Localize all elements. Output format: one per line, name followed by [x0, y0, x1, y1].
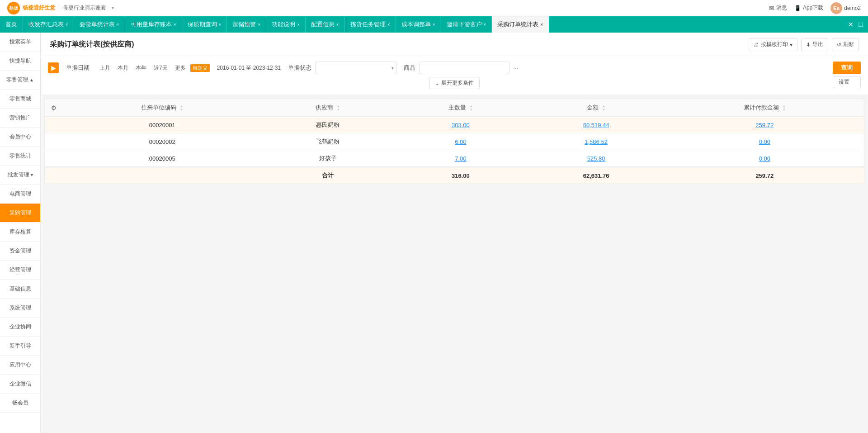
sidebar-item-member-center[interactable]: 会员中心: [0, 128, 40, 147]
amount-link-2[interactable]: 525.80: [587, 155, 605, 162]
app-download-label: App下载: [803, 4, 823, 12]
col-paid-amount-label: 累计付款金额: [744, 104, 779, 111]
col-amount-label: 金额: [587, 104, 599, 111]
logo-abbr: 标版: [9, 5, 18, 11]
sidebar-item-app-center[interactable]: 应用中心: [0, 356, 40, 375]
sidebar-item-vip-member[interactable]: 畅会员: [0, 394, 40, 413]
app-download-action[interactable]: 📱 App下载: [794, 4, 823, 12]
sidebar-item-quick-nav[interactable]: 快捷导航: [0, 52, 40, 71]
sort-paid-amount-icon[interactable]: ▲▼: [782, 105, 786, 112]
sidebar-item-ops-mgmt[interactable]: 经营管理: [0, 261, 40, 280]
shortcut-last-month[interactable]: 上月: [97, 63, 113, 73]
main-qty-link-2[interactable]: 7.00: [455, 155, 466, 162]
tab-suffix: ×: [484, 22, 486, 27]
app-download-icon: 📱: [794, 5, 801, 11]
breadcrumb-dropdown-icon[interactable]: ▾: [112, 5, 114, 10]
sidebar-item-wholesale-mgmt[interactable]: 批发管理 ▾: [0, 166, 40, 185]
sidebar-item-ecommerce[interactable]: 电商管理: [0, 185, 40, 204]
sidebar-inventory-check-label: 库存核算: [9, 228, 31, 235]
paid-amount-link-0[interactable]: 259.72: [755, 122, 774, 128]
row-supplier-0: 惠氏奶粉: [261, 117, 394, 133]
main-qty-link-0[interactable]: 303.00: [452, 122, 470, 128]
user-area[interactable]: Ea demo2: [830, 2, 861, 14]
shortcut-this-month[interactable]: 本月: [115, 63, 131, 73]
sort-main-qty-icon[interactable]: ▲▼: [469, 105, 473, 112]
sidebar-app-center-label: 应用中心: [9, 362, 31, 368]
status-select[interactable]: [315, 62, 396, 74]
maximize-button[interactable]: □: [857, 20, 864, 29]
table-row: 00020002 飞鹤奶粉 6.00 1,586.52 0.00: [45, 133, 864, 150]
tab-available-inventory[interactable]: 可用量库存账本 ×: [125, 16, 182, 33]
sidebar-item-purchase-mgmt[interactable]: 采购管理: [0, 204, 40, 223]
tab-overstock-warning[interactable]: 超储预警 ×: [227, 16, 266, 33]
sort-supplier-icon[interactable]: ▲▼: [337, 105, 340, 112]
sidebar-item-system-mgmt[interactable]: 系统管理: [0, 299, 40, 318]
tab-overstock-warning-label: 超储预警: [232, 20, 256, 29]
paid-amount-link-1[interactable]: 0.00: [759, 138, 770, 145]
filter-area: 查询 设置 ▶ 单据日期 上月 本月 本年 近7天 更多 自定义 2016-01…: [41, 56, 868, 95]
col-supplier-label: 供应商: [316, 104, 333, 111]
print-label: 按模板打印: [761, 41, 788, 48]
close-all-tabs-button[interactable]: ✕: [846, 20, 855, 29]
top-bar: 标版 畅捷通好生意 母婴行业演示账套 ▾ ✉ 消息 📱 App下载 Ea dem…: [0, 0, 868, 16]
sidebar-item-basic-info[interactable]: 基础信息: [0, 280, 40, 299]
sort-amount-icon[interactable]: ▲▼: [602, 105, 605, 112]
tab-home[interactable]: 首页: [0, 16, 23, 33]
sidebar-item-enterprise-wechat[interactable]: 企业微信: [0, 375, 40, 394]
filter-toggle-button[interactable]: ▶: [48, 62, 59, 73]
search-button[interactable]: 查询: [833, 62, 861, 74]
expand-label: 展开更多条件: [441, 79, 474, 87]
sidebar-item-finance-mgmt[interactable]: 资金管理: [0, 242, 40, 261]
sidebar-basic-info-label: 基础信息: [9, 285, 31, 292]
message-action[interactable]: ✉ 消息: [769, 4, 787, 12]
shortcut-last-7-days[interactable]: 近7天: [151, 63, 170, 73]
sort-unit-code-icon[interactable]: ▲▼: [180, 105, 184, 112]
goods-search-input[interactable]: [419, 62, 509, 74]
tab-picking-tasks[interactable]: 拣货任务管理 ×: [345, 16, 396, 33]
goods-more-icon[interactable]: ···: [513, 64, 519, 71]
export-button[interactable]: ⬇ 导出: [801, 38, 828, 51]
sidebar-enterprise-collab-label: 企业协同: [9, 324, 31, 330]
tab-purchase-summary-label: 采购订单统计表: [497, 20, 538, 29]
tab-available-inventory-label: 可用量库存账本: [131, 20, 172, 29]
tab-cost-adjust[interactable]: 成本调整单 ×: [396, 16, 441, 33]
sidebar-item-inventory-check[interactable]: 库存核算: [0, 223, 40, 242]
paid-amount-link-2[interactable]: 0.00: [759, 155, 770, 162]
settings-button[interactable]: 设置: [833, 76, 861, 88]
tab-invite-downstream[interactable]: 邀请下游客户 ×: [441, 16, 492, 33]
print-button[interactable]: 🖨 按模板打印 ▾: [749, 38, 797, 51]
main-qty-link-1[interactable]: 6.00: [455, 138, 466, 145]
sidebar: 搜索英单 快捷导航 零售管理 ▲ 零售商城 营销推广 会员中心 零售统计 批发管…: [0, 33, 41, 433]
filter-right-actions: 查询 设置: [833, 62, 861, 88]
print-dropdown-icon: ▾: [790, 42, 793, 48]
tab-function-desc[interactable]: 功能说明 ×: [266, 16, 306, 33]
sidebar-item-enterprise-collab[interactable]: 企业协同: [0, 318, 40, 337]
breadcrumb[interactable]: 母婴行业演示账套: [63, 4, 106, 12]
amount-link-1[interactable]: 1,586.52: [585, 138, 608, 145]
col-paid-amount: 累计付款金额 ▲▼: [665, 99, 864, 117]
sidebar-item-retail-mgmt[interactable]: 零售管理 ▲: [0, 71, 40, 90]
nav-right-buttons: ✕ □: [846, 20, 868, 29]
tab-receive-send-label: 收发存汇总表: [28, 20, 64, 29]
refresh-button[interactable]: ↺ 刷新: [832, 38, 859, 51]
tab-warranty-query[interactable]: 保质期查询 ×: [182, 16, 227, 33]
sidebar-item-retail-shop[interactable]: 零售商城: [0, 90, 40, 109]
sidebar-item-search[interactable]: 搜索英单: [0, 33, 40, 52]
shortcut-this-year[interactable]: 本年: [133, 63, 149, 73]
shortcut-more[interactable]: 更多: [172, 63, 189, 73]
sidebar-ops-mgmt-label: 经营管理: [9, 266, 31, 273]
sidebar-item-new-guide[interactable]: 新手引导: [0, 337, 40, 356]
sidebar-item-marketing[interactable]: 营销推广: [0, 109, 40, 128]
page-title: 采购订单统计表(按供应商): [50, 40, 134, 49]
tab-receive-send[interactable]: 收发存汇总表 ×: [23, 16, 74, 33]
expand-button[interactable]: ⌄ 展开更多条件: [429, 77, 480, 89]
tab-demand-summary[interactable]: 要货单统计表 ×: [74, 16, 125, 33]
amount-link-0[interactable]: 60,519.44: [583, 122, 609, 128]
tab-purchase-summary[interactable]: 采购订单统计表 ×: [492, 16, 549, 33]
sidebar-item-retail-stats[interactable]: 零售统计: [0, 147, 40, 166]
custom-date-badge[interactable]: 自定义: [190, 64, 210, 72]
status-filter-label: 单据状态: [288, 64, 311, 72]
table-footer-row: 合计 316.00 62,631.76 259.72: [45, 167, 864, 184]
tab-config-info[interactable]: 配置信息 ×: [306, 16, 345, 33]
table-settings-icon[interactable]: ⚙: [51, 105, 57, 111]
